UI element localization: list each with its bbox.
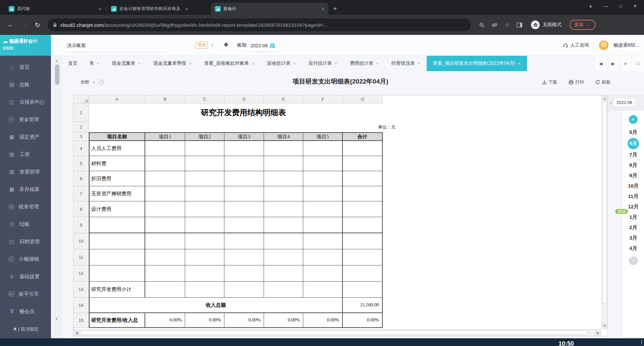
row-header[interactable]: 9 bbox=[73, 217, 89, 233]
period-selector[interactable]: 2022-06 bbox=[251, 43, 276, 52]
close-window-button[interactable]: × bbox=[634, 3, 637, 9]
calendar-icon[interactable] bbox=[270, 43, 275, 48]
table-header-cell[interactable]: 项目3 bbox=[224, 132, 264, 141]
scroll-tabs-right-icon[interactable]: ▶ bbox=[607, 56, 619, 71]
sheet-cell[interactable] bbox=[145, 249, 185, 265]
month-item[interactable]: 10月 bbox=[623, 181, 644, 191]
revenue-label-cell[interactable]: 收入总额 bbox=[89, 297, 343, 313]
ratio-cell[interactable]: 0.00% bbox=[185, 313, 224, 328]
sheet-cell[interactable] bbox=[224, 201, 264, 217]
minimize-button[interactable]: — bbox=[604, 4, 608, 9]
chevron-down-icon[interactable]: ∨ bbox=[211, 43, 214, 48]
sheet-cell[interactable] bbox=[145, 201, 185, 217]
close-tab-icon[interactable]: × bbox=[189, 61, 192, 66]
browser-tab-3-active[interactable]: ☁ 好会计 × bbox=[211, 3, 328, 15]
sheet-cell[interactable] bbox=[145, 171, 185, 186]
zoom-icon[interactable] bbox=[479, 22, 485, 28]
table-header-cell[interactable]: 项目2 bbox=[185, 132, 224, 141]
expense-row-label[interactable]: 设计费用 bbox=[89, 201, 145, 217]
sheet-cell[interactable] bbox=[264, 156, 303, 171]
ratio-cell[interactable]: 0.00% bbox=[343, 313, 383, 328]
close-tab-icon[interactable]: × bbox=[97, 61, 99, 66]
sidebar-item-tax[interactable]: 税税务管理 bbox=[0, 198, 51, 215]
sheet-cell[interactable] bbox=[303, 265, 343, 282]
report-tab-rd-expense-active[interactable]: 查看_项目研发支出明细表(2022年04月)× bbox=[427, 56, 527, 71]
month-item[interactable]: 7月 bbox=[623, 150, 644, 160]
sheet-cell[interactable] bbox=[185, 233, 224, 249]
close-tab-icon[interactable]: × bbox=[335, 61, 337, 66]
sheet-cell[interactable] bbox=[303, 233, 343, 249]
bookmark-star-icon[interactable]: ☆ bbox=[504, 21, 510, 29]
column-header[interactable]: G bbox=[343, 95, 383, 103]
ratio-cell[interactable]: 0.00% bbox=[264, 313, 303, 328]
current-period-box[interactable]: 2022.06 bbox=[614, 99, 635, 106]
expense-row-label[interactable]: 无形资产摊销费用 bbox=[89, 186, 145, 201]
close-tab-icon[interactable]: × bbox=[418, 61, 420, 66]
row-header[interactable]: 2 bbox=[73, 122, 89, 132]
scroll-left-icon[interactable]: ◀ bbox=[73, 330, 80, 336]
months-scroll-up-button[interactable]: « bbox=[629, 115, 638, 124]
row-header[interactable]: 11 bbox=[73, 249, 89, 265]
row-header[interactable]: 5 bbox=[73, 156, 89, 171]
sidebar-item-inventory[interactable]: ▩库存核算 bbox=[0, 181, 51, 198]
scroll-down-icon[interactable]: ▼ bbox=[55, 317, 58, 321]
account-selector[interactable]: 演示账套 bbox=[67, 43, 165, 52]
report-tab-expense-stats[interactable]: 费用统计表× bbox=[343, 56, 385, 71]
collapse-panel-icon[interactable]: » bbox=[609, 100, 612, 105]
table-header-cell[interactable]: 合计 bbox=[343, 132, 383, 141]
side-panel-icon[interactable] bbox=[517, 22, 522, 28]
expense-row-label[interactable]: 材料费 bbox=[89, 156, 145, 171]
sheet-cell[interactable] bbox=[303, 171, 343, 186]
sidebar-item-settings[interactable]: 基础设置 bbox=[0, 268, 51, 285]
month-item[interactable]: 4月 bbox=[623, 243, 644, 254]
tab-search-icon[interactable]: ∨ bbox=[589, 4, 592, 9]
scrollbar-thumb[interactable] bbox=[602, 102, 607, 303]
month-item[interactable]: 5月 bbox=[623, 127, 644, 138]
sheet-cell[interactable] bbox=[224, 141, 264, 156]
browser-tab-1[interactable]: ☁ 易代账 × bbox=[5, 3, 105, 15]
sheet-cell[interactable] bbox=[185, 217, 224, 233]
column-header[interactable]: D bbox=[224, 95, 264, 103]
download-button[interactable]: 下载 bbox=[542, 79, 557, 85]
month-item-active[interactable]: 6月 bbox=[623, 138, 644, 150]
report-tab-receivable-stats[interactable]: 应收统计表× bbox=[261, 56, 302, 71]
sheet-cell[interactable] bbox=[185, 201, 224, 217]
row-header[interactable]: 1 bbox=[73, 103, 89, 122]
subtotal-row-label[interactable]: 研究开发费用小计 bbox=[89, 282, 145, 298]
sheet-cell[interactable] bbox=[224, 233, 264, 249]
content-scrollbar[interactable]: ▲ ▼ bbox=[53, 56, 62, 338]
sheet-cell[interactable] bbox=[224, 186, 264, 201]
row-header[interactable]: 7 bbox=[73, 186, 89, 201]
browser-tab-2[interactable]: ☁ 好会计财务管理软件购买价格及 × bbox=[107, 3, 211, 15]
sheet-cell[interactable] bbox=[145, 265, 185, 282]
sidebar-item-home[interactable]: ⌂首页 bbox=[0, 58, 51, 76]
sheet-cell[interactable] bbox=[343, 156, 383, 171]
sheet-cell[interactable] bbox=[303, 201, 343, 217]
sheet-cell[interactable] bbox=[264, 141, 303, 156]
scroll-up-icon[interactable]: ▲ bbox=[602, 95, 607, 102]
sidebar-item-archive[interactable]: ◰归档管理 bbox=[0, 233, 51, 250]
table-header-cell[interactable]: 项目1 bbox=[145, 132, 185, 141]
sidebar-item-report-center[interactable]: ◫云报表中心 bbox=[0, 93, 51, 111]
sheet-cell[interactable] bbox=[185, 141, 224, 156]
sheet-cell[interactable] bbox=[185, 171, 224, 186]
sheet-cell[interactable] bbox=[264, 201, 303, 217]
close-all-tabs-icon[interactable]: × bbox=[619, 56, 632, 71]
close-tab-icon[interactable]: × bbox=[376, 61, 379, 66]
revenue-total-cell[interactable]: 21,500.00 bbox=[343, 298, 383, 313]
sheet-cell[interactable] bbox=[343, 233, 383, 249]
scrollbar-thumb[interactable] bbox=[55, 64, 59, 85]
sheet-cell[interactable] bbox=[185, 265, 224, 282]
month-item[interactable]: 9月 bbox=[623, 170, 644, 181]
table-header-cell[interactable]: 项目5 bbox=[303, 132, 343, 141]
row-header[interactable]: 13 bbox=[73, 282, 89, 298]
unit-label[interactable]: 单位：元 bbox=[89, 124, 398, 130]
sheet-cell[interactable] bbox=[224, 265, 264, 282]
user-name[interactable]: 畅捷通B组... bbox=[613, 42, 639, 48]
sheet-cell[interactable] bbox=[185, 282, 224, 298]
month-item[interactable]: 8月 bbox=[623, 160, 644, 170]
scroll-tabs-left-icon[interactable]: ◀ bbox=[594, 56, 607, 71]
sidebar-item-general-ledger[interactable]: ▤总账 bbox=[0, 76, 51, 93]
report-tab-operating-status[interactable]: 经营状况表× bbox=[385, 56, 427, 71]
update-button[interactable]: 更新 ⋮ bbox=[570, 20, 596, 30]
